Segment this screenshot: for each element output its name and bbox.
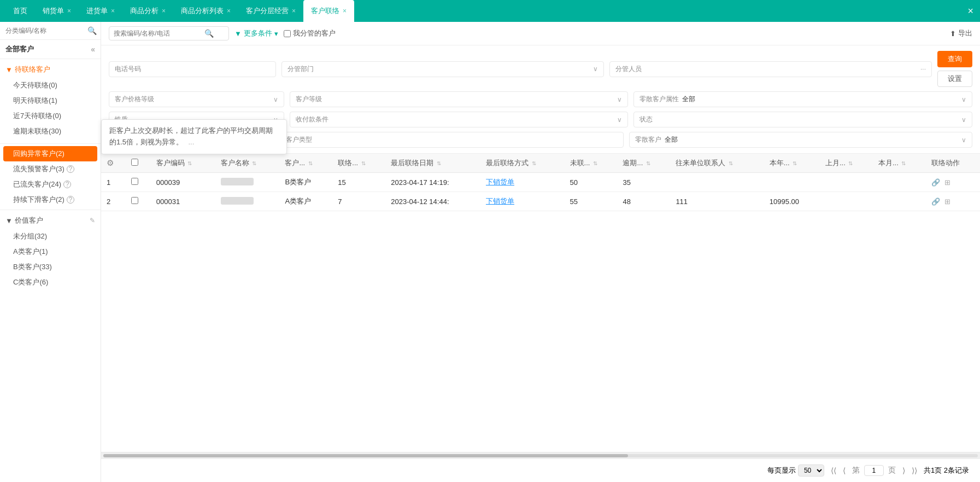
close-purchase-order-icon[interactable]: ×: [111, 7, 115, 15]
customer-price-label: 客户价格等级: [115, 95, 154, 104]
setting-button[interactable]: 设置: [937, 71, 972, 87]
sidebar-item-ungrouped[interactable]: 未分组(32): [0, 229, 101, 244]
nav-product-analysis-list[interactable]: 商品分析列表 ×: [173, 0, 238, 22]
page-first-icon[interactable]: ⟨⟨: [829, 465, 838, 476]
close-customer-layered-icon[interactable]: ×: [292, 7, 296, 15]
col-contact-count-sort-icon[interactable]: ⇅: [361, 160, 366, 166]
branch-person-dots-icon[interactable]: ···: [920, 65, 926, 73]
sidebar-item-tomorrow-pending[interactable]: 明天待联络(1): [0, 93, 101, 108]
col-name-sort-icon[interactable]: ⇅: [252, 160, 256, 166]
filter-branch-person[interactable]: 分管人员 ···: [609, 61, 932, 77]
col-last-date-sort-icon[interactable]: ⇅: [437, 160, 441, 166]
nav-customer-contact[interactable]: 客户联络 ×: [303, 0, 354, 22]
col-this-month-sort-icon[interactable]: ⇅: [901, 160, 906, 166]
window-close-button[interactable]: ×: [967, 5, 973, 17]
col-overdue-sort-icon[interactable]: ⇅: [646, 160, 650, 166]
filter-customer-level[interactable]: 客户等级 ∨: [290, 91, 629, 107]
value-customer-group-title[interactable]: ▼ 价值客户 ✎: [0, 212, 101, 229]
col-last-month-sort-icon[interactable]: ⇅: [848, 160, 853, 166]
search-input[interactable]: [114, 30, 201, 37]
page-last-icon[interactable]: ⟩⟩: [909, 465, 919, 476]
toolbar-search-icon[interactable]: 🔍: [204, 29, 214, 38]
cell-checkbox-1[interactable]: [126, 173, 150, 192]
action-more-icon-2[interactable]: ⊞: [944, 198, 950, 206]
nav-sales-order[interactable]: 销货单 ×: [35, 0, 79, 22]
my-customers-checkbox[interactable]: [284, 30, 291, 37]
horizontal-scrollbar[interactable]: [101, 452, 980, 458]
sidebar-item-abnormal-repurchase[interactable]: 回购异常客户(2) ?: [3, 146, 97, 161]
sidebar-collapse-icon[interactable]: «: [91, 45, 95, 54]
close-product-analysis-list-icon[interactable]: ×: [227, 7, 231, 15]
per-page-selector: 每页显示 50: [767, 464, 824, 477]
row-checkbox-1[interactable]: [131, 178, 138, 185]
sidebar-item-class-c[interactable]: C类客户(6): [0, 275, 101, 290]
page-input-wrapper: [864, 465, 884, 476]
cell-checkbox-2[interactable]: [126, 192, 150, 211]
tooltip-more-icon[interactable]: ...: [188, 138, 194, 146]
col-code-sort-icon[interactable]: ⇅: [187, 160, 192, 166]
export-button[interactable]: ⬆ 导出: [950, 28, 972, 38]
cell-this-month-2: [873, 192, 926, 211]
nav-purchase-order[interactable]: 进货单 ×: [79, 0, 122, 22]
more-conditions-button[interactable]: ▼ 更多条件 ▾: [234, 28, 278, 38]
scrollbar-thumb[interactable]: [103, 454, 628, 457]
close-customer-contact-icon[interactable]: ×: [343, 7, 347, 15]
page-next-icon[interactable]: ⟩: [900, 465, 907, 476]
filter-payment[interactable]: 收付款条件 ∨: [290, 112, 629, 127]
sidebar-item-continuous-drop[interactable]: 持续下滑客户(2) ?: [0, 192, 101, 207]
action-link-icon-2[interactable]: 🔗: [931, 198, 940, 206]
table-settings-icon[interactable]: ⚙: [107, 158, 114, 167]
query-button[interactable]: 查询: [937, 51, 972, 67]
filter-status[interactable]: 状态 ∨: [633, 112, 972, 127]
filter-branch-dept[interactable]: 分管部门 ∨: [281, 61, 604, 77]
last-method-link-2[interactable]: 下销货单: [486, 197, 514, 205]
col-contact-person-sort-icon[interactable]: ⇅: [729, 160, 733, 166]
col-last-method-header: 最后联络方式 ⇅: [480, 154, 565, 173]
row-checkbox-2[interactable]: [131, 197, 138, 204]
blurred-customer-name-2: [221, 197, 254, 205]
page-number-input[interactable]: [864, 465, 884, 476]
sidebar-item-lost-warning[interactable]: 流失预警客户(3) ?: [0, 161, 101, 177]
col-action-header: 联络动作: [926, 154, 980, 173]
nav-product-analysis[interactable]: 商品分析 ×: [122, 0, 173, 22]
value-group-edit-icon[interactable]: ✎: [90, 217, 95, 224]
sidebar-divider-2: [0, 210, 101, 210]
close-sales-order-icon[interactable]: ×: [67, 7, 71, 15]
nav-customer-layered[interactable]: 客户分层经营 ×: [238, 0, 303, 22]
action-icons-1: 🔗 ⊞: [931, 178, 975, 187]
col-this-year-sort-icon[interactable]: ⇅: [793, 160, 797, 166]
filter-row-2: 客户价格等级 ∨ 客户等级 ∨ 零散客户属性 全部 ∨: [109, 91, 972, 107]
sidebar-search-icon[interactable]: 🔍: [87, 26, 97, 35]
cell-contact-person-2: 111: [670, 192, 764, 211]
col-unlisted-sort-icon[interactable]: ⇅: [593, 160, 597, 166]
col-this-year-header: 本年... ⇅: [764, 154, 820, 173]
col-type-header: 客户... ⇅: [279, 154, 332, 173]
sidebar-item-today-pending[interactable]: 今天待联络(0): [0, 78, 101, 93]
page-prev-icon[interactable]: ⟨: [841, 465, 848, 476]
close-product-analysis-icon[interactable]: ×: [162, 7, 166, 15]
col-last-method-sort-icon[interactable]: ⇅: [532, 160, 536, 166]
sidebar-item-overdue-pending[interactable]: 逾期未联络(30): [0, 124, 101, 139]
sidebar-item-class-a[interactable]: A类客户(1): [0, 244, 101, 259]
sidebar-item-7day-pending[interactable]: 近7天待联络(0): [0, 108, 101, 124]
last-method-link-1[interactable]: 下销货单: [486, 178, 514, 186]
all-customers-label: 全部客户: [5, 44, 34, 54]
filter-retail-attr[interactable]: 零散客户属性 全部 ∨: [633, 91, 972, 107]
select-all-checkbox[interactable]: [131, 159, 138, 166]
filter-retail-customer[interactable]: 零散客户 全部 ∨: [629, 132, 972, 148]
customer-price-arrow-icon: ∨: [273, 96, 278, 103]
filter-customer-price[interactable]: 客户价格等级 ∨: [109, 91, 284, 107]
action-more-icon-1[interactable]: ⊞: [944, 178, 950, 187]
per-page-select[interactable]: 50: [798, 464, 824, 477]
col-type-sort-icon[interactable]: ⇅: [308, 160, 313, 166]
sidebar-item-class-b[interactable]: B类客户(33): [0, 259, 101, 275]
filter-customer-type[interactable]: 客户类型: [280, 132, 623, 148]
col-settings[interactable]: ⚙: [101, 154, 126, 173]
top-nav: 首页 销货单 × 进货单 × 商品分析 × 商品分析列表 × 客户分层经营 × …: [0, 0, 980, 22]
sidebar-item-already-lost[interactable]: 已流失客户(24) ?: [0, 177, 101, 192]
sidebar-search-input[interactable]: [5, 27, 87, 34]
action-link-icon-1[interactable]: 🔗: [931, 178, 940, 187]
my-customers-checkbox-label[interactable]: 我分管的客户: [284, 28, 336, 38]
nav-home[interactable]: 首页: [5, 0, 35, 22]
pending-group-title[interactable]: ▼ 待联络客户: [0, 61, 101, 78]
